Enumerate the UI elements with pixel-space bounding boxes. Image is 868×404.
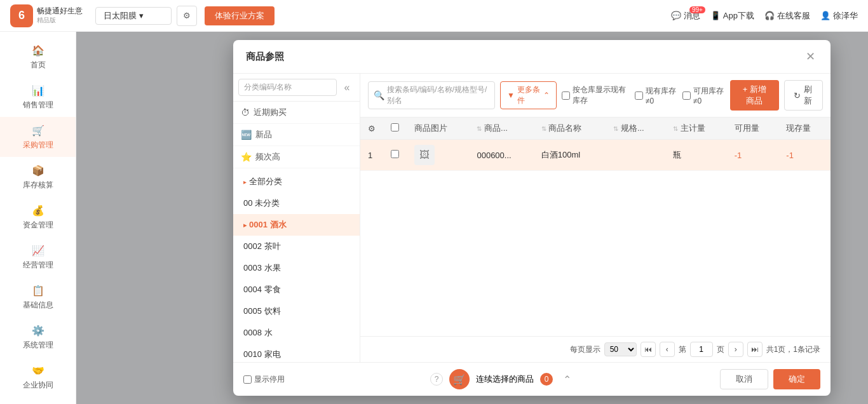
sidebar-label-home: 首页 — [31, 60, 46, 71]
col-image-label: 商品图片 — [414, 123, 447, 133]
recent-purchase-nav[interactable]: ⏱ 近期购买 — [233, 102, 360, 124]
category-beverage[interactable]: 0005 饮料 — [233, 300, 360, 322]
sidebar-item-inventory[interactable]: 📦 库存核算 — [0, 157, 76, 197]
show-disabled-checkbox[interactable]: 显示停用 — [243, 374, 285, 385]
next-page-button[interactable]: › — [728, 342, 743, 357]
stock-by-warehouse-input[interactable] — [562, 91, 570, 100]
column-settings-icon[interactable]: ⚙ — [368, 124, 376, 133]
row-check[interactable] — [383, 140, 407, 171]
select-all-checkbox[interactable] — [391, 123, 399, 131]
cart-icon-button[interactable]: 🛒 — [449, 369, 470, 389]
online-service-item[interactable]: 🎧 在线客服 — [764, 10, 810, 22]
trial-button[interactable]: 体验行业方案 — [205, 6, 275, 25]
table-row[interactable]: 1 🖼 000600... — [360, 140, 831, 171]
current-stock-checkbox[interactable]: 现有库存≠0 — [635, 86, 677, 105]
confirm-button[interactable]: 确定 — [773, 369, 820, 389]
available-stock-checkbox[interactable]: 可用库存≠0 — [682, 86, 725, 105]
row-checkbox[interactable] — [391, 150, 399, 158]
settings-icon[interactable]: ⚙ — [177, 6, 197, 26]
user-item[interactable]: 👤 徐泽华 — [820, 10, 858, 22]
category-all[interactable]: ▸ 全部分类 — [233, 171, 360, 192]
col-name[interactable]: ⇅ 商品名称 — [534, 118, 606, 140]
col-code[interactable]: ⇅ 商品... — [469, 118, 533, 140]
add-product-button[interactable]: + 新增商品 — [730, 80, 778, 111]
nav-title-selector[interactable]: 日太阳膜 — [95, 7, 172, 25]
modal-title: 商品参照 — [246, 51, 284, 63]
sidebar-item-guide[interactable]: 🎯 新手引导 — [0, 397, 76, 404]
page-size-select[interactable]: 50 10 20 100 — [604, 342, 637, 356]
sidebar-item-finance[interactable]: 💰 资金管理 — [0, 197, 76, 237]
category-appliance[interactable]: 0010 家电 — [233, 344, 360, 362]
message-item[interactable]: 💬 消息 99+ — [671, 10, 700, 22]
filter-button[interactable]: ▼ 更多条件 ⌃ — [500, 81, 557, 109]
row-unit: 瓶 — [665, 140, 727, 171]
sidebar-item-purchase[interactable]: 🛒 采购管理 — [0, 117, 76, 157]
sidebar-item-basic-info[interactable]: 📋 基础信息 — [0, 277, 76, 317]
footer-collapse-icon[interactable]: ⌃ — [559, 372, 574, 387]
first-page-button[interactable]: ⏮ — [641, 342, 656, 357]
new-product-nav[interactable]: 🆕 新品 — [233, 124, 360, 146]
sidebar-item-enterprise[interactable]: 🤝 企业协同 — [0, 357, 76, 397]
col-unit-label: 主计量 — [681, 123, 705, 133]
sidebar-item-operations[interactable]: 📈 经营管理 — [0, 237, 76, 277]
sidebar-item-sales[interactable]: 📊 销售管理 — [0, 77, 76, 117]
sidebar-label-system: 系统管理 — [23, 340, 53, 351]
last-page-button[interactable]: ⏭ — [747, 342, 763, 357]
modal-footer: 显示停用 ? 🛒 连续选择的商品 0 ⌃ 取消 确定 — [233, 362, 831, 396]
content-area: 商品参照 ✕ 分类编码/名称 « ⏱ 近期购买 — [76, 32, 868, 404]
modal-close-button[interactable]: ✕ — [803, 49, 818, 64]
col-stock[interactable]: 现存量 — [778, 118, 831, 140]
col-unit[interactable]: ⇅ 主计量 — [665, 118, 727, 140]
category-fruit-label: 0003 水果 — [243, 262, 281, 274]
left-panel-top: 分类编码/名称 « — [233, 74, 360, 102]
refresh-button[interactable]: ↻ 刷新 — [784, 80, 823, 111]
cart-count-badge: 0 — [540, 373, 553, 386]
category-all-label: 全部分类 — [249, 176, 282, 187]
category-uncategorized-label: 00 未分类 — [243, 198, 280, 209]
current-stock-input[interactable] — [635, 91, 643, 100]
search-icon: 🔍 — [374, 90, 384, 100]
col-stock-label: 现存量 — [786, 123, 811, 133]
current-page-input[interactable] — [690, 342, 713, 357]
col-available[interactable]: 可用量 — [727, 118, 779, 140]
modal-toolbar: 🔍 搜索条码/编码/名称/规格型号/别名 ▼ 更多条件 ⌃ 按仓库显示现有库存 — [360, 74, 831, 118]
category-snack[interactable]: 0004 零食 — [233, 279, 360, 300]
available-stock-input[interactable] — [682, 91, 691, 100]
chevron-down-icon — [139, 11, 144, 20]
stock-by-warehouse-checkbox[interactable]: 按仓库显示现有库存 — [562, 84, 630, 106]
row-code: 000600... — [469, 140, 533, 171]
category-tea[interactable]: 0002 茶叶 — [233, 236, 360, 257]
col-check[interactable] — [383, 118, 407, 140]
app-download-item[interactable]: 📱 App下载 — [710, 10, 754, 22]
enterprise-icon: 🤝 — [31, 363, 45, 377]
sort-name-icon: ⇅ — [541, 125, 546, 132]
col-spec[interactable]: ⇅ 规格... — [606, 118, 665, 140]
sidebar-label-purchase: 采购管理 — [23, 140, 53, 151]
category-water[interactable]: 0008 水 — [233, 322, 360, 344]
product-reference-modal: 商品参照 ✕ 分类编码/名称 « ⏱ 近期购买 — [233, 40, 831, 396]
cancel-button[interactable]: 取消 — [720, 369, 768, 389]
new-product-label: 新品 — [255, 129, 272, 140]
category-search-input[interactable]: 分类编码/名称 — [238, 79, 337, 96]
headset-icon: 🎧 — [764, 11, 775, 20]
stock-by-warehouse-label: 按仓库显示现有库存 — [573, 84, 630, 106]
category-uncategorized[interactable]: 00 未分类 — [233, 192, 360, 214]
collapse-button[interactable]: « — [339, 80, 355, 95]
refresh-icon: ↻ — [794, 91, 801, 100]
product-search-input[interactable]: 🔍 搜索条码/编码/名称/规格型号/别名 — [368, 81, 495, 109]
prev-page-button[interactable]: ‹ — [660, 342, 675, 357]
category-liquor[interactable]: ▸ 0001 酒水 — [233, 214, 360, 236]
col-settings[interactable]: ⚙ — [360, 118, 383, 140]
username-label: 徐泽华 — [833, 10, 858, 22]
show-disabled-input[interactable] — [243, 375, 252, 384]
category-fruit[interactable]: 0003 水果 — [233, 257, 360, 279]
help-icon[interactable]: ? — [430, 373, 443, 386]
operations-icon: 📈 — [31, 243, 45, 257]
row-stock: -1 — [778, 140, 831, 171]
filter-label: 更多条件 — [517, 84, 541, 106]
high-frequency-nav[interactable]: ⭐ 频次高 — [233, 146, 360, 168]
sidebar-item-home[interactable]: 🏠 首页 — [0, 37, 76, 77]
navbar: 6 畅捷通好生意 精品版 日太阳膜 ⚙ 体验行业方案 💬 消息 99+ 📱 Ap… — [0, 0, 868, 32]
sidebar-item-system[interactable]: ⚙️ 系统管理 — [0, 317, 76, 357]
recent-icon: ⏱ — [241, 107, 250, 118]
